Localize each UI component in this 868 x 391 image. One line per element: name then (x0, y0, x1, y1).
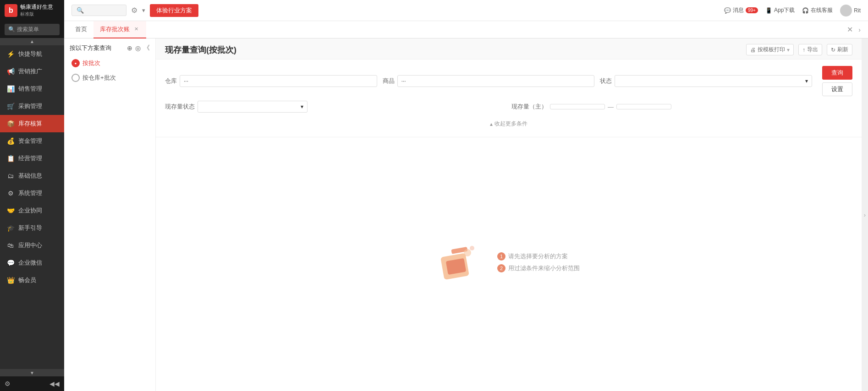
online-service-action[interactable]: 🎧 在线客服 (802, 6, 833, 14)
purchase-icon: 🛒 (6, 102, 15, 110)
sidebar-item-finance[interactable]: 💰 资金管理 (0, 132, 64, 150)
scheme-settings-icon[interactable]: ◎ (135, 44, 141, 52)
scheme-item-warehouse-batch[interactable]: 按仓库+批次 (64, 71, 155, 85)
message-action[interactable]: 💬 消息 99+ (724, 6, 758, 14)
sidebar-item-label: 销售管理 (18, 85, 42, 93)
app-title-group: 畅康通好生意 标准版 (20, 4, 53, 17)
download-icon: 📱 (765, 7, 772, 14)
tab-home[interactable]: 首页 (69, 21, 93, 38)
sidebar-item-sales[interactable]: 📊 销售管理 (0, 80, 64, 98)
sidebar-item-enterprise[interactable]: 🤝 企业协同 (0, 202, 64, 219)
tab-batch[interactable]: 库存批次账 ✕ (93, 21, 146, 38)
scheme-dot (71, 74, 80, 82)
experience-button[interactable]: 体验行业方案 (150, 4, 198, 17)
avatar (840, 5, 852, 16)
warehouse-dots: ··· (184, 78, 188, 84)
app-download-action[interactable]: 📱 App下载 (765, 6, 795, 14)
app-download-label: App下载 (774, 6, 795, 14)
refresh-label: 刷新 (837, 46, 848, 54)
tab-close-button[interactable]: ✕ (132, 26, 140, 33)
app-logo: b (5, 4, 17, 17)
sidebar-item-quicknav[interactable]: ⚡ 快捷导航 (0, 45, 64, 63)
status-label: 状态 (600, 77, 612, 85)
warehouse-input[interactable]: ··· (180, 75, 377, 87)
svg-point-3 (464, 249, 471, 256)
sidebar-item-member[interactable]: 👑 畅会员 (0, 272, 64, 289)
settings-button[interactable]: 设置 (822, 82, 852, 96)
tab-batch-label: 库存批次账 (100, 25, 130, 33)
collapse-bar[interactable]: 收起更多条件 (165, 117, 852, 130)
filter-area: 仓库 ··· 商品 ··· 状态 (156, 60, 862, 137)
print-label: 按模板打印 (758, 46, 785, 54)
inventory-qty-from[interactable] (550, 104, 605, 109)
query-action-group: 查询 设置 (822, 66, 852, 96)
app-name: 畅康通好生意 (20, 4, 53, 11)
add-scheme-icon[interactable]: ⊕ (127, 44, 132, 52)
sidebar-item-newbie[interactable]: 🎓 新手引导 (0, 219, 64, 237)
topbar-search-icon: 🔍 (77, 7, 84, 14)
collapse-left-icon[interactable]: 《 (143, 44, 150, 52)
sidebar-item-marketing[interactable]: 📢 营销推广 (0, 63, 64, 80)
sidebar-footer: ⚙ ◀◀ (0, 376, 64, 391)
main-area: 🔍 ⚙ ▾ 体验行业方案 💬 消息 99+ 📱 App下载 🎧 在线客服 (64, 0, 868, 391)
scheme-item-batch[interactable]: ● 按批次 (64, 56, 155, 71)
sidebar: b 畅康通好生意 标准版 🔍 搜索菜单 ▲ ⚡ 快捷导航 📢 营销推广 📊 销售… (0, 0, 64, 391)
sidebar-item-label: 新手引导 (18, 224, 42, 232)
sidebar-item-operations[interactable]: 📋 经营管理 (0, 150, 64, 167)
sidebar-item-label: 采购管理 (18, 102, 42, 110)
panel-close-icon[interactable]: ✕ (844, 25, 856, 34)
user-profile-action[interactable]: Rit (840, 5, 861, 16)
scheme-title: 按以下方案查询 (70, 44, 111, 52)
right-collapse-handle[interactable]: › (862, 38, 868, 391)
print-dropdown-icon[interactable]: ▾ (787, 47, 790, 53)
scroll-down-button[interactable]: ▼ (0, 369, 64, 376)
inventory-qty-group: 现存量（主） — (511, 103, 852, 111)
inventory-status-chevron (301, 103, 303, 110)
export-button[interactable]: ↑ 导出 (798, 44, 822, 55)
query-button[interactable]: 查询 (822, 66, 852, 80)
online-service-label: 在线客服 (811, 6, 833, 14)
topbar-right: 💬 消息 99+ 📱 App下载 🎧 在线客服 Rit (724, 5, 861, 16)
filter-row-2: 现存量状态 现存量（主） — (165, 101, 852, 113)
scheme-active-dot: ● (71, 59, 80, 67)
inventory-status-label: 现存量状态 (165, 103, 195, 111)
topbar-gear-icon[interactable]: ⚙ (131, 6, 137, 15)
topbar-dropdown-icon[interactable]: ▾ (142, 7, 145, 14)
message-badge: 99+ (746, 7, 758, 13)
inventory-qty-label: 现存量（主） (511, 103, 547, 111)
inventory-qty-to[interactable] (616, 104, 671, 109)
username-label: Rit (854, 7, 861, 14)
product-input[interactable]: ··· (397, 75, 595, 87)
sidebar-item-label: 畅会员 (18, 276, 36, 284)
panel-right-actions: ✕ › (844, 25, 863, 34)
status-chevron-icon (805, 78, 808, 84)
left-panel-header: 按以下方案查询 ⊕ ◎ 《 (64, 44, 155, 56)
topbar-search-box[interactable]: 🔍 (71, 5, 126, 16)
warehouse-label: 仓库 (165, 77, 177, 85)
sidebar-item-inventory[interactable]: 📦 库存核算 (0, 115, 64, 132)
status-select[interactable] (615, 75, 812, 87)
inventory-status-group: 现存量状态 (165, 101, 506, 113)
topbar-search-input[interactable] (86, 7, 122, 14)
print-button[interactable]: 🖨 按模板打印 ▾ (746, 44, 794, 55)
headset-icon: 🎧 (802, 7, 809, 14)
sidebar-item-appstore[interactable]: 🛍 应用中心 (0, 237, 64, 254)
empty-illustration (438, 241, 483, 287)
sidebar-item-label: 快捷导航 (18, 50, 42, 58)
collapse-sidebar-icon[interactable]: ◀◀ (49, 380, 60, 387)
sidebar-item-system[interactable]: ⚙ 系统管理 (0, 185, 64, 202)
sidebar-item-label: 系统管理 (18, 189, 42, 197)
sidebar-search-input[interactable]: 🔍 搜索菜单 (5, 24, 60, 35)
close-icon[interactable]: ✕ (132, 26, 140, 33)
sidebar-item-wechat[interactable]: 💬 企业微信 (0, 254, 64, 272)
settings-icon[interactable]: ⚙ (5, 380, 11, 387)
sidebar-item-basic[interactable]: 🗂 基础信息 (0, 167, 64, 185)
collapse-up-icon (490, 121, 493, 127)
inventory-status-select[interactable] (198, 101, 308, 113)
sidebar-item-purchase[interactable]: 🛒 采购管理 (0, 98, 64, 115)
scroll-up-button[interactable]: ▲ (0, 38, 64, 45)
sidebar-search-area: 🔍 搜索菜单 (0, 21, 64, 38)
panel-chevron-icon[interactable]: › (856, 26, 863, 33)
message-icon: 💬 (724, 7, 731, 14)
refresh-button[interactable]: ↻ 刷新 (827, 44, 852, 55)
